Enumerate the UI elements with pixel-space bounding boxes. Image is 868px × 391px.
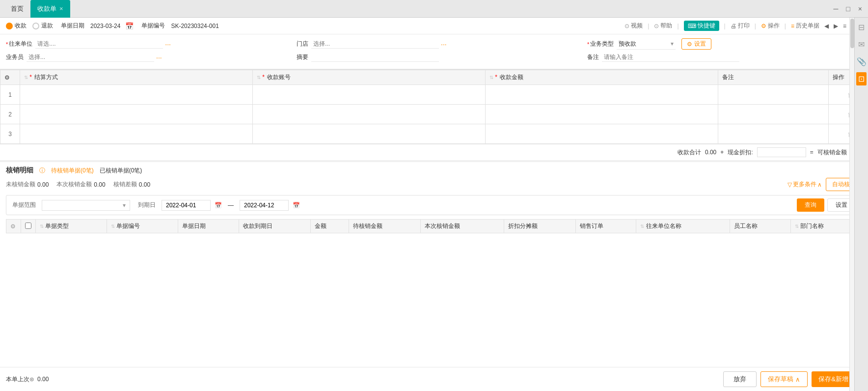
partner-more-icon[interactable]: ···	[165, 40, 171, 48]
tab-done[interactable]: 已核销单据(0笔)	[100, 167, 142, 175]
col-current-writeoff: 本次核销金额	[421, 220, 504, 233]
business-type-value: 预收款	[619, 40, 636, 48]
due-date-start[interactable]	[162, 200, 211, 211]
abandon-btn[interactable]: 放弃	[723, 371, 757, 387]
video-btn[interactable]: ⊙ 视频	[624, 22, 643, 30]
tab-close-icon[interactable]: ×	[59, 5, 63, 12]
nav-left-btn[interactable]: ◀	[824, 23, 829, 29]
scrollbar-thumb[interactable]	[850, 19, 854, 48]
more-conditions-btn[interactable]: ▽ 更多条件 ∧	[787, 180, 822, 189]
history-btn[interactable]: ≡ 历史单据	[791, 22, 819, 30]
close-btn[interactable]: ×	[856, 4, 864, 14]
col-sales-order: 销售订单	[575, 220, 636, 233]
partner-field: * 往来单位 ···	[6, 39, 281, 49]
shop-field: 门店 ···	[297, 39, 571, 49]
maximize-btn[interactable]: □	[844, 4, 852, 14]
cell-account-1[interactable]	[252, 85, 485, 105]
current-writeoff-amount: 本次核销金额 0.00	[56, 180, 105, 189]
bottom-table-container: ⚙ ⇅ 单据类型 ⇅ 单据编号	[6, 219, 862, 363]
calendar-end-icon[interactable]: 📅	[293, 202, 300, 209]
shop-input[interactable]	[311, 39, 439, 49]
cell-settlement-3[interactable]	[20, 124, 253, 144]
col-discount: 折扣分摊额	[504, 220, 575, 233]
operations-label: 操作	[768, 22, 780, 30]
employee-input[interactable]	[27, 53, 154, 62]
gear-bottom-icon[interactable]: ⚙	[10, 223, 16, 230]
save-draft-btn[interactable]: 保存草稿 ∧	[760, 371, 808, 387]
remark-input[interactable]	[602, 53, 739, 62]
tab-pending[interactable]: 待核销单据(0笔)	[51, 167, 94, 175]
summary-input[interactable]	[311, 53, 439, 62]
calendar-icon[interactable]: 📅	[125, 22, 134, 30]
employee-label: 业务员	[6, 53, 24, 61]
filter-row: 单据范围 ▾ 到期日 📅 — 📅 查询 设置	[6, 195, 862, 215]
cell-account-3[interactable]	[252, 124, 485, 144]
clip-sidebar-icon[interactable]: 📎	[855, 55, 868, 68]
save-new-label: 保存&新增	[818, 375, 848, 384]
receipt-type-group: 收款 退款	[6, 22, 53, 30]
summary-label: 摘要	[297, 53, 308, 61]
radio-receipt-label: 收款	[15, 22, 27, 30]
cell-amount-1[interactable]	[485, 85, 718, 105]
settings-col-header[interactable]: ⚙	[0, 70, 20, 85]
calendar-start-icon[interactable]: 📅	[215, 202, 222, 209]
query-btn[interactable]: 查询	[797, 198, 824, 212]
cell-settlement-2[interactable]	[20, 105, 253, 124]
col-receipt-amount: ⇅ * 收款金额	[485, 70, 718, 85]
remark-field: 备注	[587, 53, 862, 62]
unverified-amount: 未核销金额 0.00	[6, 180, 49, 189]
partner-input[interactable]	[35, 39, 163, 49]
data-table-area: ⚙ ⇅ * 结算方式 ⇅ * 收款账号 ⇅ * 收款	[0, 69, 868, 144]
range-select[interactable]: ▾	[42, 200, 130, 211]
screenshot-sidebar-icon[interactable]: ⊡	[856, 72, 867, 85]
operations-btn[interactable]: ⚙ 操作	[761, 22, 780, 30]
business-type-field: * 业务类型 预收款 ▾ ⚙ 设置	[587, 38, 862, 50]
current-label: 本次核销金额	[56, 180, 92, 189]
date-dash: —	[228, 202, 234, 209]
help-btn[interactable]: ⊙ 帮助	[654, 22, 672, 30]
scrollbar[interactable]	[849, 18, 854, 391]
minimize-btn[interactable]: ─	[831, 4, 840, 14]
table-gear-icon[interactable]: ⚙	[4, 74, 10, 81]
print-icon: 🖨	[731, 23, 736, 29]
settings-button[interactable]: ⚙ 设置	[681, 38, 711, 50]
table-row: 3 🗑 ⊕	[0, 124, 868, 144]
tab-home[interactable]: 首页	[4, 0, 30, 18]
shop-more-icon[interactable]: ···	[441, 40, 447, 48]
mail-sidebar-icon[interactable]: ✉	[856, 38, 867, 51]
discount-label: 现金折扣:	[728, 148, 753, 157]
number-field: 单据编号 SK-20230324-001	[141, 22, 218, 30]
table-sidebar-icon[interactable]: ⊟	[856, 21, 867, 34]
row-num-2: 2	[0, 105, 20, 124]
due-date-end[interactable]	[240, 200, 289, 211]
shortcut-btn[interactable]: ⌨ 快捷键	[684, 21, 719, 31]
range-chevron-icon: ▾	[123, 202, 126, 209]
discount-input[interactable]	[757, 147, 806, 157]
cell-remark-2[interactable]	[718, 105, 828, 124]
print-label: 打印	[738, 22, 750, 30]
cell-account-2[interactable]	[252, 105, 485, 124]
question-icon: ⊙	[654, 23, 659, 29]
cell-remark-1[interactable]	[718, 85, 828, 105]
remark-label: 备注	[587, 53, 599, 61]
cell-amount-3[interactable]	[485, 124, 718, 144]
list-view-btn[interactable]: ≡	[843, 23, 846, 29]
employee-more-icon[interactable]: ···	[156, 54, 162, 61]
cell-amount-2[interactable]	[485, 105, 718, 124]
main-content: 收款 退款 单据日期 2023-03-24 📅 单据编号 SK-20230324…	[0, 18, 868, 391]
print-btn[interactable]: 🖨 打印	[731, 22, 750, 30]
receipt-table: ⚙ ⇅ * 结算方式 ⇅ * 收款账号 ⇅ * 收款	[0, 70, 868, 144]
current-session-value: 0.00	[37, 376, 49, 383]
radio-refund[interactable]: 退款	[32, 22, 53, 30]
date-label: 单据日期	[61, 22, 84, 30]
cell-settlement-1[interactable]	[20, 85, 253, 105]
select-all-checkbox[interactable]	[25, 223, 31, 229]
business-type-select[interactable]: 预收款 ▾	[617, 39, 676, 50]
radio-receipt[interactable]: 收款	[6, 22, 27, 30]
col-due-date: 收款到期日	[239, 220, 310, 233]
tab-receipt[interactable]: 收款单 ×	[30, 0, 70, 18]
number-label: 单据编号	[141, 22, 165, 30]
nav-right-btn[interactable]: ▶	[834, 23, 838, 29]
info-icon[interactable]: ⓘ	[39, 167, 45, 175]
cell-remark-3[interactable]	[718, 124, 828, 144]
